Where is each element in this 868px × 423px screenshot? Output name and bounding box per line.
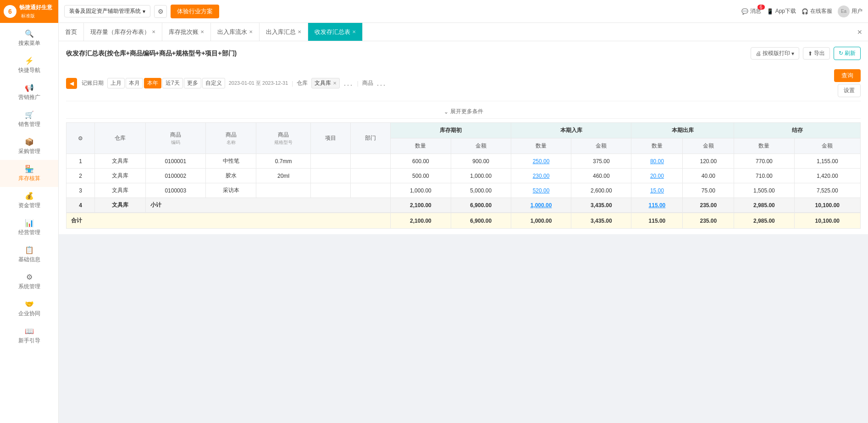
cell-open-qty: 1,000.00 (391, 183, 451, 198)
cell-in-qty[interactable]: 230.00 (511, 169, 571, 183)
export-icon: ⬆ (808, 50, 813, 57)
date-btn-本月[interactable]: 本月 (126, 78, 143, 88)
system-title: 装备及固定资产辅助管理系统 (69, 7, 141, 15)
setting-button[interactable]: 设置 (838, 84, 861, 97)
date-btn-本年[interactable]: 本年 (144, 78, 161, 88)
sales-icon: 🛒 (25, 110, 34, 119)
tabbar-close-button[interactable]: ✕ (851, 28, 868, 36)
goods-more-button[interactable]: ... (377, 78, 387, 88)
date-btn-上月[interactable]: 上月 (107, 78, 125, 88)
subtotal-in-amt: 3,435.00 (571, 198, 631, 213)
date-range: 2023-01-01 至 2023-12-31 (229, 80, 288, 87)
cell-no: 2 (66, 169, 95, 183)
cell-project (310, 169, 350, 183)
sidebar-item-label: 基础信息 (18, 256, 40, 264)
sidebar-item-finance[interactable]: 💰资金管理 (0, 187, 58, 214)
message-badge: 6 (757, 5, 765, 10)
experience-btn[interactable]: 体验行业方案 (171, 5, 219, 18)
tab-close-icon[interactable]: ✕ (200, 29, 204, 34)
app-download-button[interactable]: 📱 App下载 (767, 7, 796, 15)
cell-out-qty[interactable]: 15.00 (631, 183, 683, 198)
sidebar-item-label: 搜索菜单 (18, 39, 40, 47)
sidebar-item-quicknav[interactable]: ⚡快捷导航 (0, 52, 58, 79)
warehouse-more-button[interactable]: ... (343, 78, 353, 88)
query-button[interactable]: 查询 (834, 69, 861, 82)
sidebar-item-collab[interactable]: 🤝企业协同 (0, 295, 58, 322)
col-settings-header[interactable]: ⚙ (66, 123, 95, 154)
sidebar-item-label: 采购管理 (18, 148, 40, 155)
cell-dept (350, 169, 390, 183)
online-service-button[interactable]: 🎧 在线客服 (802, 7, 832, 15)
print-btn[interactable]: 🖨 按模版打印 ▾ (751, 47, 799, 60)
message-button[interactable]: 💬 消息 6 (741, 7, 761, 15)
guide-icon: 📖 (25, 327, 34, 335)
quicknav-icon: ⚡ (25, 56, 34, 65)
date-btn-近7天[interactable]: 近7天 (162, 78, 183, 88)
subtotal-in-qty[interactable]: 1,000.00 (511, 198, 571, 213)
export-btn[interactable]: ⬆ 导出 (803, 47, 830, 60)
tab-stock-dist[interactable]: 现存量（库存分布表）✕ (84, 23, 162, 41)
user-menu[interactable]: Ea 用户 (838, 5, 862, 17)
tab-flow[interactable]: 出入库流水✕ (211, 23, 260, 41)
topbar: 装备及固定资产辅助管理系统 ▾ ⚙ 体验行业方案 💬 消息 6 📱 App下载 … (59, 0, 868, 23)
date-btn-自定义[interactable]: 自定义 (202, 78, 225, 88)
tab-inout-sum[interactable]: 出入库汇总✕ (260, 23, 308, 41)
sidebar-item-system[interactable]: ⚙系统管理 (0, 268, 58, 295)
tab-close-icon[interactable]: ✕ (152, 29, 155, 34)
warehouse-value: 文具库 (315, 79, 331, 87)
tab-label: 首页 (65, 28, 77, 36)
sidebar-item-search[interactable]: 🔍搜索菜单 (0, 25, 58, 52)
table-row: 3 文具库 0100003 采访本 1,000.00 5,000.00 520.… (66, 183, 861, 198)
total-close-qty: 2,985.00 (734, 213, 794, 229)
col-in-header: 本期入库 (511, 123, 631, 138)
tab-home[interactable]: 首页 (59, 23, 84, 41)
sidebar-item-sales[interactable]: 🛒销售管理 (0, 106, 58, 133)
cell-open-qty: 600.00 (391, 154, 451, 169)
filter-collapse-button[interactable]: ◀ (66, 78, 77, 89)
cell-project (310, 183, 350, 198)
user-label: 用户 (851, 7, 862, 15)
cell-spec: 20ml (256, 169, 310, 183)
cell-in-qty[interactable]: 250.00 (511, 154, 571, 169)
sidebar-item-operation[interactable]: 📊经营管理 (0, 214, 58, 241)
cell-open-qty: 500.00 (391, 169, 451, 183)
cell-out-qty[interactable]: 20.00 (631, 169, 683, 183)
chevron-down-icon: ▾ (143, 8, 145, 15)
expand-more-button[interactable]: ⌄ 展开更多条件 (66, 105, 861, 119)
data-table: ⚙ 仓库 商品编码 商品名称 商品规格型号 项目 部门 库存期初 本期入库 本期… (66, 122, 861, 229)
date-btn-更多[interactable]: 更多 (184, 78, 201, 88)
cell-in-qty[interactable]: 520.00 (511, 183, 571, 198)
page-title-row: 收发存汇总表(按仓库+商品编码+商品+规格型号+项目+部门) 🖨 按模版打印 ▾… (66, 47, 861, 60)
cell-out-qty[interactable]: 80.00 (631, 154, 683, 169)
subtotal-out-qty[interactable]: 115.00 (631, 198, 683, 213)
sidebar-item-purchase[interactable]: 📦采购管理 (0, 133, 58, 160)
sidebar-logo: 6 畅捷通好生意 标准版 (0, 0, 58, 23)
table-row: 2 文具库 0100002 胶水 20ml 500.00 1,000.00 23… (66, 169, 861, 183)
tab-batch[interactable]: 库存批次账✕ (162, 23, 211, 41)
sidebar-item-guide[interactable]: 📖新手引导 (0, 322, 58, 349)
system-icon: ⚙ (26, 273, 33, 281)
settings-button[interactable]: ⚙ (154, 5, 167, 18)
refresh-btn[interactable]: ↻ 刷新 (834, 47, 861, 60)
col-code-header: 商品编码 (145, 123, 205, 154)
subtotal-out-amt: 235.00 (683, 198, 734, 213)
sidebar: 6 畅捷通好生意 标准版 🔍搜索菜单⚡快捷导航📢营销推广🛒销售管理📦采购管理🏪库… (0, 0, 59, 423)
warehouse-remove-button[interactable]: ✕ (333, 81, 337, 86)
data-table-wrap: ⚙ 仓库 商品编码 商品名称 商品规格型号 项目 部门 库存期初 本期入库 本期… (66, 122, 861, 229)
tab-label: 出入库流水 (217, 28, 247, 36)
sidebar-item-marketing[interactable]: 📢营销推广 (0, 79, 58, 106)
cell-spec: 0.7mm (256, 154, 310, 169)
page-inner: 收发存汇总表(按仓库+商品编码+商品+规格型号+项目+部门) 🖨 按模版打印 ▾… (59, 41, 868, 234)
tab-close-icon[interactable]: ✕ (352, 29, 356, 34)
cell-no: 3 (66, 183, 95, 198)
sidebar-item-label: 营销推广 (18, 93, 40, 101)
col-spec-header: 商品规格型号 (256, 123, 310, 154)
system-selector[interactable]: 装备及固定资产辅助管理系统 ▾ (64, 5, 150, 17)
total-close-amt: 10,100.00 (794, 213, 860, 229)
tab-receive-sum[interactable]: 收发存汇总表✕ (308, 23, 363, 41)
sidebar-item-inventory[interactable]: 🏪库存核算 (0, 160, 58, 187)
tab-close-icon[interactable]: ✕ (249, 29, 253, 34)
tab-close-icon[interactable]: ✕ (298, 29, 301, 34)
sidebar-item-base[interactable]: 📋基础信息 (0, 241, 58, 268)
sidebar-item-label: 经营管理 (18, 229, 40, 236)
